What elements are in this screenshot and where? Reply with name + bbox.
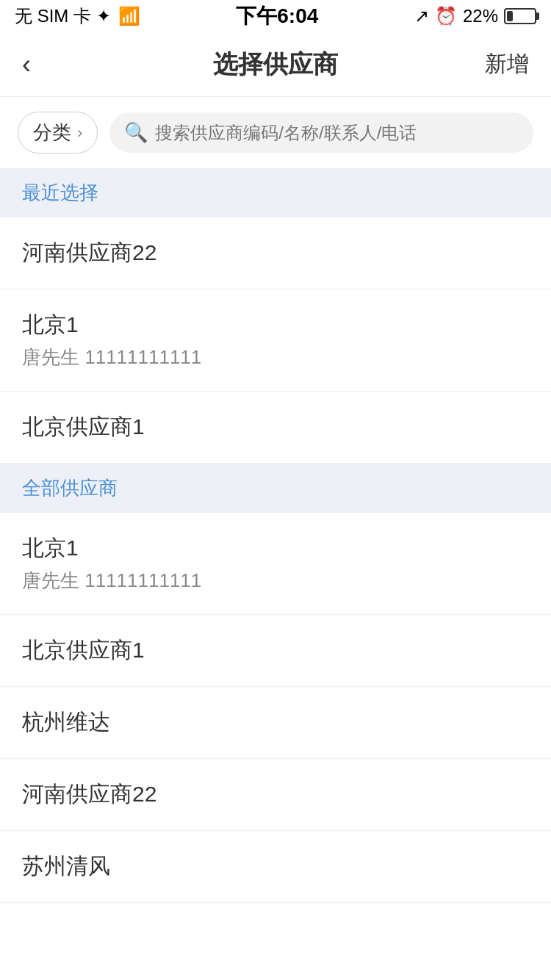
item-name: 北京1 xyxy=(22,533,529,563)
all-section-header: 全部供应商 xyxy=(0,464,551,513)
all-section-title: 全部供应商 xyxy=(22,477,118,499)
nav-bar: ‹ 选择供应商 新增 xyxy=(0,32,551,97)
filter-bar: 分类 › 🔍 xyxy=(0,97,551,168)
category-button[interactable]: 分类 › xyxy=(18,112,98,154)
status-right: ↗ ⏰ 22% xyxy=(414,6,536,26)
list-item[interactable]: 北京供应商1 xyxy=(0,392,551,464)
location-icon: ↗ xyxy=(414,6,429,26)
add-button[interactable]: 新增 xyxy=(485,49,529,79)
list-item[interactable]: 北京1 唐先生 11111111111 xyxy=(0,289,551,392)
search-input[interactable] xyxy=(155,123,519,143)
wifi-icon: 📶 xyxy=(118,6,140,26)
recent-items-list: 河南供应商22 北京1 唐先生 11111111111 北京供应商1 xyxy=(0,217,551,464)
all-items-list: 北京1 唐先生 11111111111 北京供应商1 杭州维达 河南供应商22 … xyxy=(0,513,551,903)
list-item[interactable]: 河南供应商22 xyxy=(0,759,551,831)
recent-section-header: 最近选择 xyxy=(0,168,551,217)
status-bar: 无 SIM 卡 ✦ 📶 下午6:04 ↗ ⏰ 22% xyxy=(0,0,551,32)
sim-label: 无 SIM 卡 ✦ xyxy=(15,4,111,28)
item-name: 河南供应商22 xyxy=(22,238,529,268)
item-name: 河南供应商22 xyxy=(22,779,529,810)
search-icon: 🔍 xyxy=(124,121,148,144)
item-sub: 唐先生 11111111111 xyxy=(22,345,529,370)
item-name: 北京供应商1 xyxy=(22,635,529,666)
item-name: 北京1 xyxy=(22,310,529,340)
list-item[interactable]: 河南供应商22 xyxy=(0,217,551,289)
chevron-right-icon: › xyxy=(77,123,82,143)
item-sub: 唐先生 11111111111 xyxy=(22,568,529,594)
battery-percentage: 22% xyxy=(463,6,498,26)
list-item[interactable]: 北京1 唐先生 11111111111 xyxy=(0,513,551,615)
list-item[interactable]: 杭州维达 xyxy=(0,687,551,759)
status-time: 下午6:04 xyxy=(236,2,318,30)
list-item[interactable]: 苏州清风 xyxy=(0,831,551,903)
item-name: 苏州清风 xyxy=(22,851,529,882)
back-button[interactable]: ‹ xyxy=(22,49,66,80)
list-item[interactable]: 北京供应商1 xyxy=(0,615,551,687)
alarm-icon: ⏰ xyxy=(435,6,457,26)
item-name: 杭州维达 xyxy=(22,707,529,738)
status-left: 无 SIM 卡 ✦ 📶 xyxy=(15,4,140,28)
page-title: 选择供应商 xyxy=(213,48,338,82)
recent-section-title: 最近选择 xyxy=(22,181,98,203)
battery-icon xyxy=(504,8,536,24)
search-box[interactable]: 🔍 xyxy=(109,112,533,153)
item-name: 北京供应商1 xyxy=(22,412,529,442)
category-label: 分类 xyxy=(33,120,71,145)
